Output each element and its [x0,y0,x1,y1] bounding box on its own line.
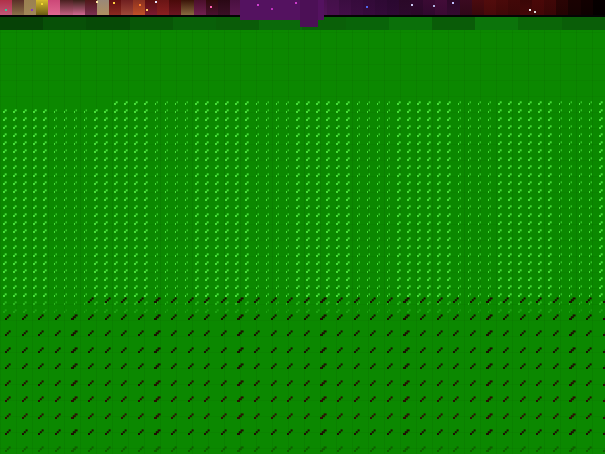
dot-pixel [195,295,197,297]
dot-pixel [225,263,227,265]
dot-pixel [599,247,601,249]
dot-pixel [346,183,348,185]
dash-pixel [453,318,455,320]
dash-pixel [237,334,239,336]
noise-speck [139,4,141,6]
dot-pixel [124,135,126,137]
dash-pixel [55,400,57,402]
dash-pixel [237,400,239,402]
dot-pixel [64,271,66,273]
dot-pixel [468,111,470,113]
dot-pixel [245,103,247,105]
dot-pixel [468,279,470,281]
dot-pixel [64,191,66,193]
dot-pixel [155,247,157,249]
dot-pixel [175,111,177,113]
dot-pixel [134,295,136,297]
dash-pixel [287,384,289,386]
dot-pixel [346,167,348,169]
dot-pixel [458,223,460,225]
dot-pixel [235,303,237,305]
noise-block [133,0,145,15]
dot-pixel [508,143,510,145]
dash-pixel [354,351,356,353]
dot-pixel [296,223,298,225]
dot-pixel [468,255,470,257]
dot-pixel [235,103,237,105]
dash-pixel [71,334,73,336]
dot-pixel [316,151,318,153]
dot-pixel [155,271,157,273]
dot-pixel [245,239,247,241]
dot-pixel [528,143,530,145]
dot-pixel [155,127,157,129]
dash-pixel [354,433,356,435]
dot-pixel [256,191,258,193]
dark-green-block [562,17,605,30]
dash-pixel [403,417,405,419]
dash-pixel [603,334,605,336]
dot-pixel [94,303,96,305]
dot-pixel [64,119,66,121]
dot-pixel [165,183,167,185]
dot-pixel [114,135,116,137]
dot-pixel [84,159,86,161]
dash-pixel [503,450,505,452]
dot-pixel [377,199,379,201]
dot-pixel [407,159,409,161]
dot-pixel [225,247,227,249]
dot-pixel [357,159,359,161]
dash-pixel [105,450,107,452]
dot-pixel [134,263,136,265]
dot-pixel [276,111,278,113]
dot-pixel [468,103,470,105]
dot-pixel [316,207,318,209]
dot-pixel [478,167,480,169]
dot-pixel [548,175,550,177]
dash-pixel [337,400,339,402]
dot-pixel [266,111,268,113]
dot-pixel [387,119,389,121]
dash-pixel [287,367,289,369]
dash-pixel [22,318,24,320]
dot-pixel [144,271,146,273]
dash-pixel [154,450,156,452]
dot-pixel [64,175,66,177]
dot-pixel [13,191,15,193]
dot-pixel [33,231,35,233]
dot-pixel [447,199,449,201]
dash-pixel [354,301,356,303]
dot-pixel [23,303,25,305]
dot-pixel [518,263,520,265]
dot-pixel [74,311,76,313]
dot-pixel [316,311,318,313]
dot-pixel [84,223,86,225]
dot-pixel [548,167,550,169]
dot-pixel [175,159,177,161]
dot-pixel [346,215,348,217]
noise-speck [113,2,115,4]
dot-pixel [346,295,348,297]
dot-pixel [175,295,177,297]
dash-pixel [121,417,123,419]
dot-pixel [538,247,540,249]
dot-pixel [387,199,389,201]
dash-pixel [586,400,588,402]
dot-pixel [518,279,520,281]
dot-pixel [346,287,348,289]
dot-pixel [427,135,429,137]
dot-pixel [306,223,308,225]
dot-pixel [286,119,288,121]
dot-pixel [357,271,359,273]
dot-pixel [498,127,500,129]
dot-pixel [559,263,561,265]
dot-pixel [427,207,429,209]
dot-pixel [397,207,399,209]
dot-pixel [528,207,530,209]
dot-pixel [326,231,328,233]
dot-pixel [266,183,268,185]
dot-pixel [589,159,591,161]
dot-pixel [518,287,520,289]
dash-pixel [453,384,455,386]
dot-pixel [447,295,449,297]
